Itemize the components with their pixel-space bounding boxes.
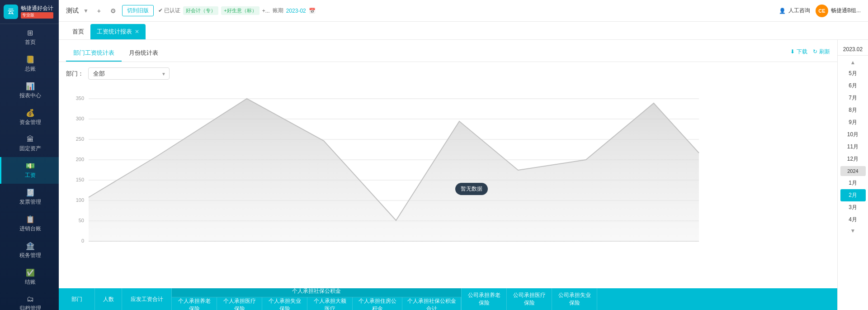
logo-text: 畅捷通好会计 专业版 — [21, 5, 53, 18]
topbar-right: 👤 人工咨询 CE 畅捷通B组... — [779, 5, 861, 17]
sidebar-item-funds[interactable]: 💰 资金管理 — [0, 104, 59, 131]
th-personal-major-medical: 个人承担大额医疗 — [307, 297, 353, 310]
sidebar-item-salary[interactable]: 💵 工资 — [0, 157, 59, 184]
th-dept: 部门 — [59, 288, 95, 310]
salary-icon: 💵 — [26, 162, 35, 170]
chart-area: 350 300 250 200 150 100 50 0 暂无数据 — [59, 85, 837, 288]
th-personal-pension: 个人承担养老保险 — [172, 297, 217, 310]
dropdown-arrow-icon[interactable]: ▼ — [83, 8, 89, 14]
svg-text:100: 100 — [76, 197, 84, 203]
settle-icon: ✅ — [26, 268, 35, 277]
help-button[interactable]: 👤 人工咨询 — [779, 7, 810, 14]
subtab-dept[interactable]: 部门工资统计表 — [66, 45, 122, 62]
sidebar-item-home[interactable]: ⊞ 首页 — [0, 24, 59, 51]
svg-text:300: 300 — [76, 116, 84, 121]
topbar-settings-button[interactable]: ⚙ — [108, 5, 119, 17]
th-personal-housing: 个人承担住房公积金 — [353, 297, 402, 310]
subtabs: 部门工资统计表 月份统计表 ⬇ 下载 ↻ 刷新 — [59, 40, 837, 62]
svg-text:350: 350 — [76, 95, 84, 101]
sidebar-item-tax[interactable]: 🏦 税务管理 — [0, 237, 59, 264]
date-item-4[interactable]: 4月 — [840, 214, 866, 226]
help-icon: 👤 — [779, 8, 786, 14]
th-total-salary: 应发工资合计 — [122, 288, 172, 310]
tab-home[interactable]: 首页 — [66, 24, 90, 39]
sidebar-item-ledger[interactable]: 📒 总账 — [0, 51, 59, 77]
add-button[interactable]: + — [93, 5, 105, 17]
table-header: 部门 人数 应发工资合计 个人承担社保公积金 个人承担养老保险 — [59, 288, 837, 310]
home-icon: ⊞ — [27, 29, 33, 37]
date-display: 2023.02 — [838, 43, 868, 56]
archive-icon: 🗂 — [27, 295, 34, 303]
sidebar: 云 畅捷通好会计 专业版 ⊞ 首页 📒 总账 📊 报表中心 💰 资金管理 🏛 固… — [0, 0, 59, 310]
subtab-monthly[interactable]: 月份统计表 — [122, 45, 165, 62]
svg-text:50: 50 — [79, 218, 84, 223]
download-icon: ⬇ — [790, 48, 795, 55]
svg-text:0: 0 — [81, 238, 84, 243]
svg-text:150: 150 — [76, 177, 84, 182]
date-item-12[interactable]: 12月 — [840, 153, 866, 165]
topbar: 测试 ▼ + ⚙ 切到旧版 ✔ 已认证 好会计（专） +好生意（标） +... … — [59, 0, 868, 22]
date-nav-up[interactable]: ▲ — [849, 57, 858, 67]
ledger-icon: 📒 — [26, 55, 35, 64]
sidebar-item-settle[interactable]: ✅ 结账 — [0, 264, 59, 291]
dept-select[interactable]: 全部 销售部 财务部 技术部 — [88, 67, 170, 80]
refresh-button[interactable]: ↻ 刷新 — [813, 48, 830, 56]
th-count: 人数 — [95, 288, 122, 310]
refresh-icon: ↻ — [813, 48, 817, 55]
th-personal-total: 个人承担社保公积金合计 — [402, 297, 461, 310]
tab-salary-report[interactable]: 工资统计报表 ✕ — [90, 24, 146, 39]
dept-filter-label: 部门： — [66, 70, 84, 78]
filter-row: 部门： 全部 销售部 财务部 技术部 ▼ — [59, 62, 837, 85]
th-group-label: 个人承担社保公积金 — [172, 288, 461, 297]
date-item-9[interactable]: 9月 — [840, 116, 866, 129]
calendar-icon[interactable]: 📅 — [309, 8, 316, 14]
th-group-personal: 个人承担社保公积金 个人承担养老保险 个人承担医疗保险 个人承担失业保险 个人承… — [172, 288, 462, 310]
date-item-1[interactable]: 1月 — [840, 177, 866, 189]
period-value: 2023-02 — [286, 8, 306, 14]
main-area: 测试 ▼ + ⚙ 切到旧版 ✔ 已认证 好会计（专） +好生意（标） +... … — [59, 0, 868, 310]
svg-marker-16 — [89, 99, 699, 241]
tab-close-icon[interactable]: ✕ — [135, 29, 139, 35]
date-item-7[interactable]: 7月 — [840, 92, 866, 104]
th-personal-medical: 个人承担医疗保险 — [217, 297, 262, 310]
app-logo: 云 畅捷通好会计 专业版 — [0, 0, 59, 24]
invoice-icon: 🧾 — [26, 188, 35, 197]
user-avatar: CE — [816, 5, 828, 17]
tabbar: 首页 工资统计报表 ✕ — [59, 22, 868, 40]
sidebar-item-archive[interactable]: 🗂 归档管理 — [0, 291, 59, 310]
period-label: 账期 — [273, 7, 283, 14]
date-item-5[interactable]: 5月 — [840, 67, 866, 80]
svg-text:200: 200 — [76, 157, 84, 162]
date-item-3[interactable]: 3月 — [840, 201, 866, 214]
content-main: 部门工资统计表 月份统计表 ⬇ 下载 ↻ 刷新 — [59, 40, 837, 310]
sidebar-item-sales[interactable]: 📋 进销台账 — [0, 210, 59, 237]
date-item-6[interactable]: 6月 — [840, 80, 866, 92]
logo-icon: 云 — [4, 5, 18, 19]
sidebar-nav: ⊞ 首页 📒 总账 📊 报表中心 💰 资金管理 🏛 固定资产 💵 工资 🧾 发票… — [0, 24, 59, 310]
tag-good-accounting: 好会计（专） — [183, 6, 218, 15]
date-item-10[interactable]: 10月 — [840, 129, 866, 141]
sidebar-item-invoice[interactable]: 🧾 发票管理 — [0, 184, 59, 210]
funds-icon: 💰 — [26, 109, 35, 117]
th-company-medical: 公司承担医疗保险 — [507, 288, 552, 310]
topbar-status: ✔ 已认证 好会计（专） +好生意（标） +... 账期 2023-02 📅 — [158, 6, 316, 15]
date-item-11[interactable]: 11月 — [840, 141, 866, 153]
switch-version-button[interactable]: 切到旧版 — [122, 5, 154, 16]
tag-more: +... — [262, 8, 270, 14]
year-2024-label: 2024 — [840, 166, 866, 176]
salary-chart: 350 300 250 200 150 100 50 0 — [66, 85, 830, 288]
sidebar-item-assets[interactable]: 🏛 固定资产 — [0, 131, 59, 157]
svg-text:250: 250 — [76, 136, 84, 142]
topbar-title: 测试 — [66, 7, 79, 15]
date-item-2-active[interactable]: 2月 — [840, 189, 866, 201]
right-date-panel: 2023.02 ▲ 5月 6月 7月 8月 9月 10月 11月 12月 202… — [837, 40, 868, 310]
date-item-8[interactable]: 8月 — [840, 104, 866, 116]
date-nav-down[interactable]: ▼ — [849, 226, 858, 236]
user-menu[interactable]: CE 畅捷通B组... — [816, 5, 861, 17]
topbar-actions: + ⚙ 切到旧版 — [93, 5, 154, 17]
th-company-unemployment: 公司承担失业保险 — [552, 288, 597, 310]
th-personal-unemployment: 个人承担失业保险 — [262, 297, 307, 310]
sidebar-item-reports[interactable]: 📊 报表中心 — [0, 77, 59, 104]
assets-icon: 🏛 — [27, 135, 34, 143]
download-button[interactable]: ⬇ 下载 — [790, 48, 807, 56]
